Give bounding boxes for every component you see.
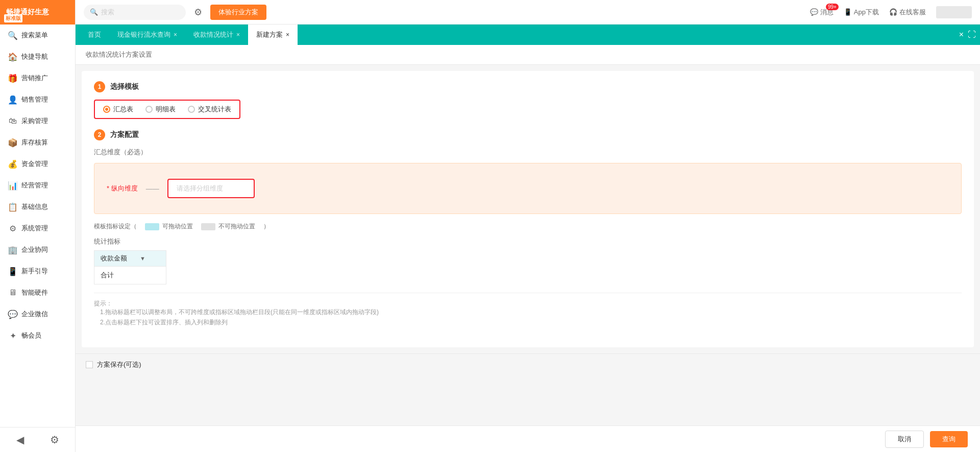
hardware-icon: 🖥 bbox=[8, 288, 17, 297]
sales-icon: 👤 bbox=[8, 95, 17, 104]
sidebar-item-marketing[interactable]: 🎁 营销推广 bbox=[0, 67, 75, 89]
indicator-legend: 模板指标设定（ 可拖动位置 不可拖动位置 ） bbox=[94, 222, 962, 231]
template-radio-group: 汇总表 明细表 交叉统计表 bbox=[94, 100, 240, 119]
search-menu-icon: 🔍 bbox=[8, 31, 17, 40]
sidebar-settings-btn[interactable]: ⚙ bbox=[39, 432, 71, 448]
sidebar-item-label: 采购管理 bbox=[21, 116, 48, 126]
online-service-item[interactable]: 🎧 在线客服 bbox=[889, 8, 926, 17]
sidebar-item-sales[interactable]: 👤 销售管理 bbox=[0, 89, 75, 110]
sidebar-item-member[interactable]: ✦ 畅会员 bbox=[0, 325, 75, 346]
content-area: 收款情况统计方案设置 1 选择模板 汇总表 明细表 bbox=[76, 45, 980, 452]
dimension-row: * 纵向维度 —— 请选择分组维度 bbox=[107, 179, 255, 198]
step1-section: 1 选择模板 汇总表 明细表 交叉统计表 bbox=[94, 81, 962, 119]
tips-title: 提示： bbox=[94, 300, 112, 307]
indicator-header-row[interactable]: 收款金额 ▼ bbox=[94, 251, 166, 267]
marketing-icon: 🎁 bbox=[8, 74, 17, 83]
sidebar-item-label: 经营管理 bbox=[21, 181, 48, 190]
tab-bank-flow[interactable]: 现金银行流水查询 × bbox=[109, 25, 185, 45]
step2-header: 2 方案配置 bbox=[94, 129, 962, 140]
sidebar-item-guide[interactable]: 📱 新手引导 bbox=[0, 260, 75, 282]
operations-icon: 📊 bbox=[8, 181, 17, 190]
sidebar-bottom: ◀ ⚙ bbox=[0, 427, 75, 452]
save-label: 方案保存(可选) bbox=[97, 360, 141, 369]
header-search[interactable]: 🔍 搜索 bbox=[84, 5, 186, 20]
app-download-item[interactable]: 📱 App下载 bbox=[844, 8, 879, 17]
tab-new-plan[interactable]: 新建方案 × bbox=[248, 25, 298, 45]
search-icon: 🔍 bbox=[90, 8, 98, 16]
radio-summary[interactable]: 汇总表 bbox=[103, 105, 133, 114]
guide-icon: 📱 bbox=[8, 267, 17, 276]
sidebar-item-enterprise[interactable]: 🏢 企业协同 bbox=[0, 239, 75, 260]
sidebar-item-operations[interactable]: 📊 经营管理 bbox=[0, 175, 75, 196]
close-all-tabs-icon[interactable]: × bbox=[959, 30, 964, 39]
top-header: 🔍 搜索 ⚙ 体验行业方案 💬 消息 99+ 📱 App下载 🎧 在线客服 bbox=[76, 0, 980, 25]
tab-collection-stats-close[interactable]: × bbox=[236, 31, 240, 38]
maximize-icon[interactable]: ⛶ bbox=[968, 30, 976, 39]
sidebar-item-inventory[interactable]: 📦 库存核算 bbox=[0, 132, 75, 153]
indicator-settings: 模板指标设定（ 可拖动位置 不可拖动位置 ） bbox=[94, 222, 962, 284]
sidebar-item-hardware[interactable]: 🖥 智能硬件 bbox=[0, 282, 75, 303]
quick-nav-icon: 🏠 bbox=[8, 52, 17, 61]
sidebar-item-label: 销售管理 bbox=[21, 95, 48, 104]
industry-plan-button[interactable]: 体验行业方案 bbox=[210, 5, 266, 20]
radio-detail[interactable]: 明细表 bbox=[145, 105, 176, 114]
basic-info-icon: 📋 bbox=[8, 202, 17, 211]
draggable-legend-item: 可拖动位置 bbox=[145, 222, 193, 231]
download-icon: 📱 bbox=[844, 8, 852, 16]
indicator-settings-label: 模板指标设定（ bbox=[94, 222, 137, 231]
stat-indicator-label: 统计指标 bbox=[94, 237, 962, 246]
sidebar-item-label: 营销推广 bbox=[21, 74, 48, 83]
dimension-area: * 纵向维度 —— 请选择分组维度 bbox=[94, 163, 962, 214]
radio-cross[interactable]: 交叉统计表 bbox=[188, 105, 231, 114]
notification-item[interactable]: 💬 消息 99+ bbox=[810, 8, 834, 17]
indicator-header-text: 收款金额 bbox=[101, 254, 127, 263]
gear-icon[interactable]: ⚙ bbox=[194, 7, 202, 18]
sidebar-expand-btn[interactable]: ◀ bbox=[4, 432, 37, 448]
user-avatar[interactable] bbox=[936, 6, 972, 18]
enterprise-icon: 🏢 bbox=[8, 245, 17, 254]
tab-bank-flow-close[interactable]: × bbox=[174, 31, 177, 38]
save-checkbox[interactable] bbox=[86, 361, 93, 368]
chevron-down-icon[interactable]: ▼ bbox=[140, 255, 145, 261]
group-dimension-select[interactable]: 请选择分组维度 bbox=[167, 179, 255, 198]
sidebar-item-label: 系统管理 bbox=[21, 224, 48, 233]
sidebar-item-label: 资金管理 bbox=[21, 159, 48, 169]
summary-dim-label: 汇总维度（必选） bbox=[94, 148, 962, 157]
sidebar-item-finance[interactable]: 💰 资金管理 bbox=[0, 153, 75, 175]
indicator-data-row: 合计 bbox=[94, 267, 166, 284]
header-right: 💬 消息 99+ 📱 App下载 🎧 在线客服 bbox=[810, 6, 972, 18]
tab-bank-flow-label: 现金银行流水查询 bbox=[117, 30, 170, 39]
search-placeholder: 搜索 bbox=[101, 8, 114, 17]
footer-bar: 取消 查询 bbox=[76, 425, 980, 452]
non-draggable-label: 不可拖动位置 bbox=[218, 222, 255, 231]
inventory-icon: 📦 bbox=[8, 138, 17, 147]
sidebar-item-wechat[interactable]: 💬 企业微信 bbox=[0, 303, 75, 325]
sidebar-item-basic-info[interactable]: 📋 基础信息 bbox=[0, 196, 75, 218]
tips-section: 提示： 1.拖动标题栏可以调整布局，不可跨维度或指标区域拖动栏目段(只能在同一维… bbox=[94, 293, 962, 327]
tab-collection-stats[interactable]: 收款情况统计 × bbox=[185, 25, 248, 45]
tab-collection-stats-label: 收款情况统计 bbox=[193, 30, 233, 39]
tab-home-label: 首页 bbox=[88, 30, 101, 39]
wechat-icon: 💬 bbox=[8, 310, 17, 319]
tab-bar-actions: × ⛶ bbox=[959, 30, 980, 39]
sidebar-item-label: 智能硬件 bbox=[21, 288, 48, 297]
tab-new-plan-close[interactable]: × bbox=[286, 31, 289, 38]
cancel-button[interactable]: 取消 bbox=[885, 431, 924, 448]
tab-home[interactable]: 首页 bbox=[80, 25, 109, 45]
step1-title: 选择模板 bbox=[110, 82, 139, 91]
query-button[interactable]: 查询 bbox=[930, 431, 968, 447]
sidebar-item-search-menu[interactable]: 🔍 搜索菜单 bbox=[0, 25, 75, 46]
system-icon: ⚙ bbox=[8, 224, 17, 233]
sidebar-item-quick-nav[interactable]: 🏠 快捷导航 bbox=[0, 46, 75, 67]
tab-new-plan-label: 新建方案 bbox=[256, 30, 283, 39]
sidebar-item-label: 快捷导航 bbox=[21, 52, 48, 61]
config-section: 汇总维度（必选） * 纵向维度 —— 请选择分组维度 模板指标 bbox=[94, 148, 962, 327]
sidebar-item-label: 基础信息 bbox=[21, 202, 48, 211]
service-icon: 🎧 bbox=[889, 8, 897, 16]
page-title: 收款情况统计方案设置 bbox=[76, 45, 980, 65]
sidebar-item-system[interactable]: ⚙ 系统管理 bbox=[0, 218, 75, 239]
sidebar-logo: 畅捷通好生意 标准版 bbox=[0, 0, 75, 25]
sidebar-item-purchase[interactable]: 🛍 采购管理 bbox=[0, 110, 75, 132]
step2-section: 2 方案配置 汇总维度（必选） * 纵向维度 —— 请选择分组维度 bbox=[94, 129, 962, 327]
tips-item-2: 2.点击标题栏下拉可设置排序、插入列和删除列 bbox=[94, 318, 962, 327]
